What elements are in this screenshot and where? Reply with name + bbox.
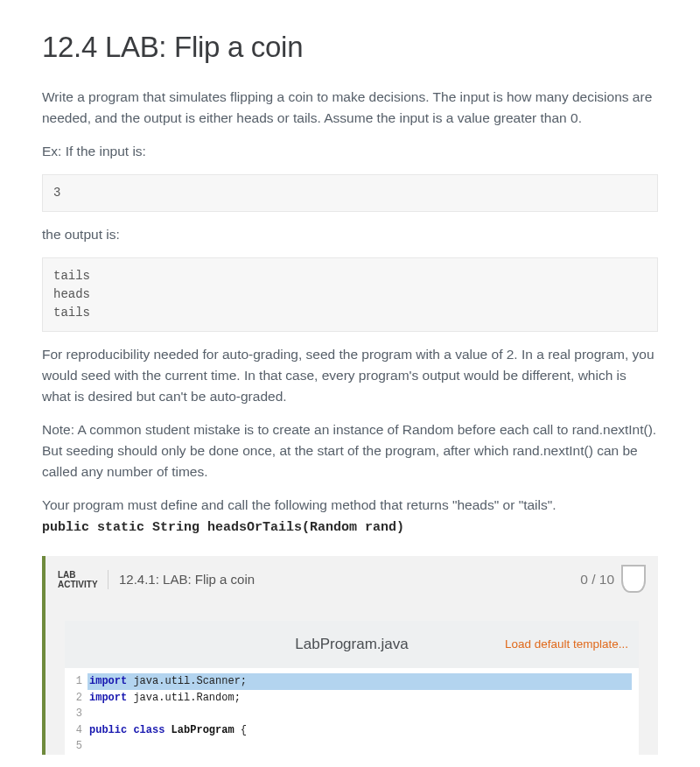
line-number: 3 [72,706,88,722]
code-line[interactable]: 5 [72,738,632,755]
lab-activity-title: 12.4.1: LAB: Flip a coin [108,569,580,589]
line-number: 5 [72,738,88,755]
lab-activity-block: LAB ACTIVITY 12.4.1: LAB: Flip a coin 0 … [42,556,658,755]
lab-activity-score: 0 / 10 [580,569,614,590]
shield-icon [621,566,646,593]
paragraph-seed: For reproducibility needed for auto-grad… [42,344,658,407]
example-input-label: Ex: If the input is: [42,141,658,162]
lab-badge-line2: ACTIVITY [58,580,99,589]
lab-badge-line1: LAB [58,570,99,580]
example-output-box: tails heads tails [42,257,658,332]
page-title: 12.4 LAB: Flip a coin [42,25,658,69]
code-content[interactable]: import java.util.Random; [88,690,632,707]
code-editor[interactable]: 1import java.util.Scanner;2import java.u… [65,668,639,755]
load-default-template-link[interactable]: Load default template... [505,635,628,653]
intro-paragraph: Write a program that simulates flipping … [42,87,658,129]
line-number: 4 [72,722,88,739]
method-signature: public static String headsOrTails(Random… [42,517,658,538]
code-content[interactable]: public class LabProgram { [88,722,632,739]
code-line[interactable]: 4public class LabProgram { [72,722,632,739]
code-editor-header: LabProgram.java Load default template... [65,621,639,668]
code-content[interactable] [88,706,632,722]
example-input-box: 3 [42,174,658,212]
code-line[interactable]: 2import java.util.Random; [72,690,632,707]
method-lead: Your program must define and call the fo… [42,497,556,512]
code-editor-area: LabProgram.java Load default template...… [46,603,658,755]
lab-activity-badge: LAB ACTIVITY [58,570,108,589]
paragraph-note: Note: A common student mistake is to cre… [42,419,658,482]
line-number: 2 [72,690,88,707]
line-number: 1 [72,673,88,690]
code-line[interactable]: 1import java.util.Scanner; [72,673,632,690]
code-line[interactable]: 3 [72,706,632,722]
code-content[interactable]: import java.util.Scanner; [88,673,632,690]
output-label: the output is: [42,224,658,245]
editor-filename: LabProgram.java [295,633,408,656]
paragraph-method: Your program must define and call the fo… [42,495,658,538]
code-content[interactable] [88,738,632,755]
lab-activity-header: LAB ACTIVITY 12.4.1: LAB: Flip a coin 0 … [46,556,658,603]
